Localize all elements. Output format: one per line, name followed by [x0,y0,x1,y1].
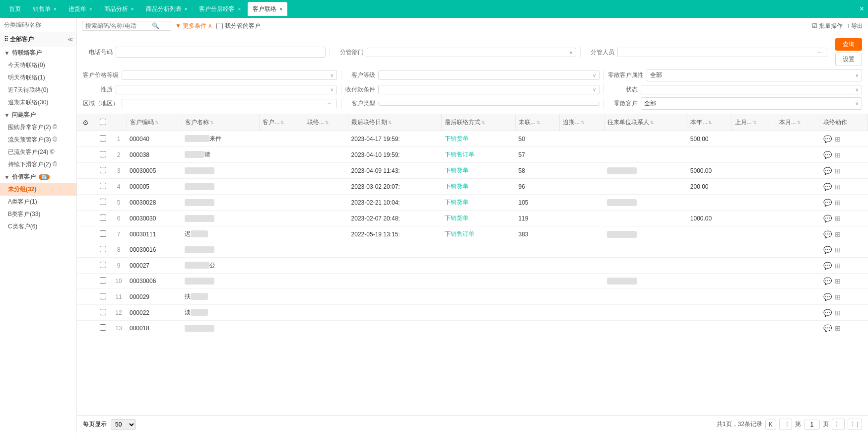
action-grid-icon[interactable]: ⊞ [835,151,841,159]
td-checkbox[interactable] [95,195,111,211]
filter-dept-select[interactable]: ∨ [367,48,577,57]
batch-ops-button[interactable]: ☑ 批量操作 [812,22,843,30]
filter-nature-select[interactable]: ∨ [116,85,337,94]
action-chat-icon[interactable]: 💬 [823,277,832,285]
filter-manager-more[interactable]: ··· [816,50,824,55]
last-method-link[interactable]: 下销售订单 [445,230,474,237]
filter-area-select[interactable]: ··· [122,99,337,108]
td-checkbox[interactable] [95,163,111,179]
sidebar-item-overdue[interactable]: 逾期未联络(30) [0,96,76,109]
td-checkbox[interactable] [95,274,111,289]
th-overdue[interactable]: 逾期...⇅ [560,114,604,131]
nav-tab-analysis-close[interactable]: × [131,6,134,12]
td-checkbox[interactable] [95,289,111,305]
row-checkbox[interactable] [100,230,106,237]
select-all-checkbox[interactable] [100,119,106,125]
row-checkbox[interactable] [100,167,106,173]
td-checkbox[interactable] [95,258,111,274]
th-last-date[interactable]: 最后联络日期⇅ [348,114,442,131]
action-chat-icon[interactable]: 💬 [823,246,832,254]
action-grid-icon[interactable]: ⊞ [835,309,841,317]
nav-tab-customer-contact[interactable]: 客户联络 × [248,2,287,16]
action-grid-icon[interactable]: ⊞ [835,293,841,301]
filter-search-icon[interactable]: 🔍 [152,22,159,29]
action-grid-icon[interactable]: ⊞ [835,324,841,332]
filter-payment-select[interactable]: ∨ [378,85,600,94]
th-not-contacted[interactable]: 未联...⇅ [515,114,559,131]
sidebar-group-value[interactable]: ▼ 价值客户 🔄 [0,171,76,183]
th-last-month[interactable]: 上月...⇅ [732,114,776,131]
action-chat-icon[interactable]: 💬 [823,324,832,332]
last-page-button[interactable]: 〉| [848,419,862,430]
first-page-button[interactable]: K [765,420,776,430]
filter-retail-customer-select[interactable]: 全部 ∨ [641,97,862,110]
action-chat-icon[interactable]: 💬 [823,230,832,238]
next-page-button[interactable]: 〉 [832,419,845,430]
action-grid-icon[interactable]: ⊞ [835,277,841,285]
td-checkbox[interactable] [95,305,111,321]
td-checkbox[interactable] [95,242,111,258]
action-grid-icon[interactable]: ⊞ [835,230,841,238]
action-chat-icon[interactable]: 💬 [823,183,832,191]
action-grid-icon[interactable]: ⊞ [835,215,841,222]
sidebar-group-pending[interactable]: ▼ 待联络客户 [0,47,76,59]
action-grid-icon[interactable]: ⊞ [835,199,841,207]
row-checkbox[interactable] [100,293,106,299]
sidebar-item-a-class[interactable]: A类客户(1) [0,196,76,208]
td-checkbox[interactable] [95,211,111,226]
action-chat-icon[interactable]: 💬 [823,151,832,159]
th-customer-code[interactable]: 客户编码⇅ [127,114,182,131]
action-chat-icon[interactable]: 💬 [823,309,832,317]
sidebar-item-hoard[interactable]: 囤购异常客户(2) © [0,121,76,134]
last-method-link[interactable]: 下销货单 [445,215,468,221]
action-grid-icon[interactable]: ⊞ [835,135,841,143]
th-customer-name[interactable]: 客户名称⇅ [182,114,260,131]
page-number-input[interactable] [804,420,820,430]
th-intercompany[interactable]: 往来单位联系人⇅ [604,114,687,131]
nav-close-all[interactable]: × [860,4,864,13]
th-settings[interactable]: ⚙ [77,114,95,131]
last-method-link[interactable]: 下销货单 [445,135,468,142]
nav-home[interactable]: 首页 [4,2,26,16]
action-chat-icon[interactable]: 💬 [823,293,832,301]
filter-area-more[interactable]: ··· [326,101,334,106]
filter-retail-attr-select[interactable]: 全部 ∨ [647,69,862,81]
nav-tab-analysis-list-close[interactable]: × [185,6,188,12]
action-grid-icon[interactable]: ⊞ [835,167,841,175]
filter-status-select[interactable]: ∨ [641,85,862,94]
row-checkbox[interactable] [100,277,106,284]
sidebar-search-input[interactable] [4,21,77,28]
td-checkbox[interactable] [95,226,111,242]
td-checkbox[interactable] [95,321,111,336]
nav-tab-analysis-list[interactable]: 商品分析列表 × [141,2,193,16]
filter-customer-level-select[interactable]: ∨ [378,71,600,80]
row-checkbox[interactable] [100,183,106,189]
th-last-method[interactable]: 最后联络方式⇅ [442,114,516,131]
nav-tab-customer-tier[interactable]: 客户分层经客 × [194,2,246,16]
filter-search-input[interactable] [85,22,150,29]
td-checkbox[interactable] [95,179,111,195]
filter-price-level-select[interactable]: ∨ [122,71,337,80]
filter-phone-input[interactable] [116,47,326,58]
row-checkbox[interactable] [100,199,106,205]
per-page-select[interactable]: 50 100 [111,419,136,430]
sidebar-item-lost[interactable]: 已流失客户(24) © [0,146,76,158]
row-checkbox[interactable] [100,135,106,142]
sidebar-item-churn-warn[interactable]: 流失预警客户(3) © [0,134,76,146]
action-grid-icon[interactable]: ⊞ [835,246,841,254]
sidebar-item-declining[interactable]: 持续下滑客户(2) © [0,158,76,171]
td-checkbox[interactable] [95,147,111,163]
nav-tab-customer-contact-close[interactable]: × [279,6,282,12]
last-method-link[interactable]: 下销货单 [445,199,468,206]
nav-tab-purchase-close[interactable]: × [89,6,92,12]
nav-tab-purchase[interactable]: 进货单 × [64,2,97,16]
th-contact[interactable]: 联络...⇅ [304,114,348,131]
th-this-month[interactable]: 本月...⇅ [776,114,820,131]
row-checkbox[interactable] [100,151,106,157]
sidebar-item-c-class[interactable]: C类客户(6) [0,220,76,233]
nav-tab-sales[interactable]: 销售单 × [28,2,62,16]
search-button[interactable]: 查询 [835,38,862,51]
th-this-year[interactable]: 本年...⇅ [687,114,732,131]
sidebar-item-today[interactable]: 今天待联络(0) [0,59,76,72]
table-settings-icon[interactable]: ⚙ [82,119,89,127]
